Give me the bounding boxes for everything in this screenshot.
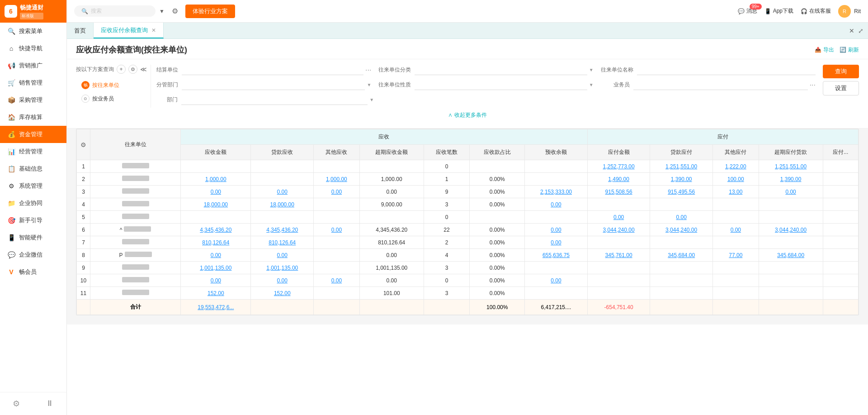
ar-amount-cell[interactable]: 0.00 <box>181 186 251 198</box>
ar-amount-cell[interactable]: 1,000.00 <box>181 173 251 186</box>
sidebar-item-marketing[interactable]: 📢 营销推广 <box>0 57 66 74</box>
tab-close-window-icon[interactable]: ✕ <box>849 27 854 34</box>
branch-dept-arrow[interactable]: ▼ <box>369 97 374 102</box>
ar-amount-cell[interactable]: 18,000.00 <box>181 198 251 211</box>
ap-amount-cell[interactable]: 0.00 <box>587 211 650 224</box>
loan-ar-cell[interactable]: 152.00 <box>251 287 314 300</box>
query-button[interactable]: 查询 <box>823 65 859 78</box>
other-ar-cell[interactable]: 0.00 <box>314 224 360 236</box>
salesperson-input[interactable] <box>633 80 808 90</box>
loan-ap-cell[interactable]: 1,390.00 <box>650 173 713 186</box>
header-gear-icon[interactable]: ⚙ <box>172 7 178 15</box>
settlement-unit-input[interactable] <box>182 65 363 75</box>
refresh-button[interactable]: 🔄 刷新 <box>840 46 859 54</box>
prepay-cell[interactable]: 655,636.75 <box>525 249 588 262</box>
sidebar-item-wechat[interactable]: 💬 企业微信 <box>0 246 66 263</box>
tab-ar-ap[interactable]: 应收应付余额查询 ✕ <box>94 23 164 38</box>
sidebar-item-capital[interactable]: 💰 资金管理 <box>0 126 66 143</box>
loan-ap-cell[interactable]: 3,044,240.00 <box>650 224 713 236</box>
prepay-cell[interactable]: 0.00 <box>525 198 588 211</box>
sidebar-item-search-menu[interactable]: 🔍 搜索菜单 <box>0 23 66 40</box>
overdue-ap-cell[interactable]: 3,044,240.00 <box>759 224 823 236</box>
dept-arrow[interactable]: ▼ <box>367 82 371 87</box>
sidebar-item-cooperation[interactable]: 📁 企业协同 <box>0 195 66 212</box>
salesperson-dots[interactable]: ··· <box>810 81 816 89</box>
sidebar-item-quick-nav[interactable]: ⌂ 快捷导航 <box>0 40 66 57</box>
collapse-more-button[interactable]: ∧ 收起更多条件 <box>76 108 859 123</box>
ar-amount-cell[interactable]: 4,345,436.20 <box>181 224 251 236</box>
scheme-collapse-icon[interactable]: ≪ <box>140 66 147 73</box>
sidebar-item-basic[interactable]: 📋 基础信息 <box>0 160 66 177</box>
sidebar-settings-icon[interactable]: ⚙ <box>11 397 22 410</box>
export-button[interactable]: 📤 导出 <box>815 46 834 54</box>
other-ar-cell[interactable]: 0.00 <box>314 274 360 287</box>
tab-close-icon[interactable]: ✕ <box>151 27 156 33</box>
loan-ap-cell[interactable]: 0.00 <box>650 211 713 224</box>
sidebar-item-member[interactable]: V 畅会员 <box>0 263 66 281</box>
sidebar-item-guide[interactable]: 🎯 新手引导 <box>0 212 66 229</box>
loan-ap-cell[interactable]: 345,684.00 <box>650 249 713 262</box>
sidebar-item-smart[interactable]: 📱 智能硬件 <box>0 229 66 246</box>
overdue-ap-cell[interactable]: 1,251,551.00 <box>759 160 823 173</box>
unit-category-input[interactable] <box>415 65 587 75</box>
ap-amount-cell[interactable]: 3,044,240.00 <box>587 224 650 236</box>
loan-ar-cell[interactable]: 4,345,436.20 <box>251 224 314 236</box>
unit-name-input[interactable] <box>637 65 816 75</box>
other-ar-cell[interactable]: 1,000.00 <box>314 173 360 186</box>
sidebar-collapse-icon[interactable]: ⏸ <box>44 397 56 410</box>
ar-amount-cell[interactable]: 0.00 <box>181 274 251 287</box>
ar-amount-cell[interactable]: 1,001,135.00 <box>181 262 251 274</box>
header-dropdown-icon[interactable]: ▼ <box>159 8 165 14</box>
prepay-cell[interactable]: 0.00 <box>525 274 588 287</box>
loan-ap-cell[interactable]: 1,251,551.00 <box>650 160 713 173</box>
tab-home[interactable]: 首页 <box>67 23 94 38</box>
message-button[interactable]: 💬 消息 99+ <box>738 7 757 15</box>
sidebar-item-system[interactable]: ⚙ 系统管理 <box>0 177 66 195</box>
other-ar-cell[interactable]: 0.00 <box>314 186 360 198</box>
other-ap-cell[interactable]: 1,222.00 <box>712 160 759 173</box>
other-ap-cell[interactable]: 77.00 <box>712 249 759 262</box>
add-scheme-button[interactable]: + <box>117 65 126 74</box>
sidebar-item-purchase[interactable]: 📦 采购管理 <box>0 91 66 109</box>
loan-ar-cell[interactable]: 0.00 <box>251 274 314 287</box>
loan-ap-cell[interactable]: 915,495.56 <box>650 186 713 198</box>
ap-amount-cell[interactable]: 1,252,773.00 <box>587 160 650 173</box>
overdue-ap-cell[interactable]: 0.00 <box>759 186 823 198</box>
branch-dept-input[interactable] <box>181 95 368 105</box>
nav-by-unit[interactable]: 畅 按往来单位 <box>76 78 147 92</box>
prepay-cell[interactable]: 2,153,333.00 <box>525 186 588 198</box>
prepay-cell[interactable]: 0.00 <box>525 236 588 249</box>
ar-amount-cell[interactable]: 0.00 <box>181 249 251 262</box>
dept-input[interactable] <box>182 80 365 90</box>
loan-ar-cell[interactable]: 1,001,135.00 <box>251 262 314 274</box>
tab-maximize-icon[interactable]: ⤢ <box>858 27 863 34</box>
ap-amount-cell[interactable]: 345,761.00 <box>587 249 650 262</box>
ap-amount-cell[interactable]: 915,508.56 <box>587 186 650 198</box>
unit-nature-arrow[interactable]: ▼ <box>589 82 594 87</box>
setting-button[interactable]: 设置 <box>823 81 859 95</box>
loan-ar-cell[interactable]: 810,126.64 <box>251 236 314 249</box>
overdue-ap-cell[interactable]: 345,684.00 <box>759 249 823 262</box>
loan-ar-cell[interactable]: 0.00 <box>251 249 314 262</box>
scheme-setting-icon[interactable]: ⚙ <box>128 65 137 74</box>
ar-amount-cell[interactable]: 152.00 <box>181 287 251 300</box>
search-bar[interactable]: 🔍 搜索 <box>74 5 156 17</box>
ar-amount-cell[interactable]: 810,126.64 <box>181 236 251 249</box>
sidebar-item-operation[interactable]: 📊 经营管理 <box>0 143 66 160</box>
sidebar-item-sales[interactable]: 🛒 销售管理 <box>0 74 66 91</box>
sidebar-item-inventory[interactable]: 🏠 库存核算 <box>0 109 66 126</box>
unit-category-arrow[interactable]: ▼ <box>589 67 594 72</box>
user-info[interactable]: R Rit <box>838 5 861 18</box>
overdue-ap-cell[interactable]: 1,390.00 <box>759 173 823 186</box>
other-ap-cell[interactable]: 0.00 <box>712 224 759 236</box>
unit-nature-input[interactable] <box>415 80 587 90</box>
loan-ar-cell[interactable]: 0.00 <box>251 186 314 198</box>
other-ap-cell[interactable]: 13.00 <box>712 186 759 198</box>
loan-ar-cell[interactable]: 18,000.00 <box>251 198 314 211</box>
app-download-button[interactable]: 📱 App下载 <box>764 7 793 15</box>
nav-by-staff[interactable]: ⊙ 按业务员 <box>76 92 147 105</box>
prepay-cell[interactable]: 0.00 <box>525 224 588 236</box>
online-service-button[interactable]: 🎧 在线客服 <box>801 7 831 15</box>
other-ap-cell[interactable]: 100.00 <box>712 173 759 186</box>
settlement-unit-dots[interactable]: ··· <box>365 66 371 74</box>
